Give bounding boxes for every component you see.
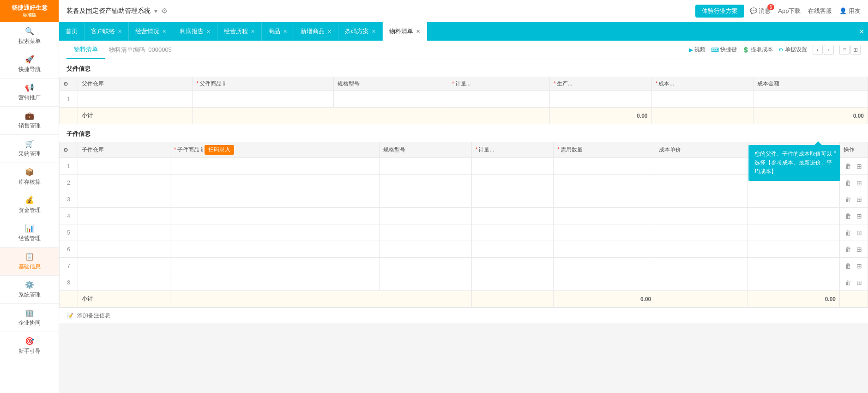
child-cell-warehouse[interactable] bbox=[78, 175, 170, 191]
delete-icon[interactable]: 🗑 bbox=[844, 261, 853, 271]
parent-cell-production[interactable] bbox=[550, 91, 651, 108]
child-cell-cost-amount[interactable] bbox=[747, 224, 840, 241]
child-cell-unit-cost[interactable] bbox=[655, 208, 747, 224]
copy-icon[interactable]: ⊞ bbox=[855, 212, 864, 221]
list-btn-1[interactable]: ≡ bbox=[839, 45, 850, 55]
child-cell-required-qty[interactable] bbox=[553, 258, 655, 274]
user-avatar[interactable]: 👤 用友 bbox=[839, 7, 861, 15]
extract-cost-btn[interactable]: 💲 提取成本 bbox=[742, 46, 773, 54]
child-cell-spec[interactable] bbox=[379, 191, 471, 208]
child-cell-spec[interactable] bbox=[379, 274, 471, 291]
child-cell-required-qty[interactable] bbox=[553, 208, 655, 224]
delete-icon[interactable]: 🗑 bbox=[844, 228, 853, 237]
copy-icon[interactable]: ⊞ bbox=[855, 278, 864, 287]
navtab-newgoods[interactable]: 新增商品✕ bbox=[294, 22, 338, 41]
sidebar-item-system[interactable]: ⚙️系统管理 bbox=[0, 276, 59, 304]
delete-icon[interactable]: 🗑 bbox=[844, 178, 853, 187]
close-tab-button[interactable]: ✕ bbox=[859, 28, 868, 35]
child-cell-spec[interactable] bbox=[379, 175, 471, 191]
child-cell-cost-amount[interactable] bbox=[747, 208, 840, 224]
single-settings-btn[interactable]: ⚙ 单据设置 bbox=[778, 46, 807, 54]
sidebar-item-enterprise[interactable]: 🏢企业协同 bbox=[0, 304, 59, 332]
next-arrow[interactable]: › bbox=[824, 45, 834, 55]
copy-icon[interactable]: ⊞ bbox=[855, 195, 864, 204]
child-cell-required-qty[interactable] bbox=[553, 158, 655, 175]
sidebar-item-guide[interactable]: 🎯新手引导 bbox=[0, 332, 59, 360]
sidebar-item-basic[interactable]: 📋基础信息 bbox=[0, 248, 59, 276]
parent-cell-cost[interactable] bbox=[651, 91, 753, 108]
child-cell-cost-amount[interactable] bbox=[747, 241, 840, 258]
child-cell-warehouse[interactable] bbox=[78, 274, 170, 291]
copy-icon[interactable]: ⊞ bbox=[855, 228, 864, 237]
scan-input-btn[interactable]: 扫码录入 bbox=[205, 145, 234, 155]
notification-bell[interactable]: 💬 消息 6 bbox=[750, 7, 771, 15]
child-cell-warehouse[interactable] bbox=[78, 241, 170, 258]
navtab-close-goods[interactable]: ✕ bbox=[283, 29, 287, 35]
child-cell-unit-cost[interactable] bbox=[655, 274, 747, 291]
parent-cell-cost-amount[interactable] bbox=[753, 91, 868, 108]
dropdown-icon[interactable]: ▾ bbox=[154, 7, 157, 15]
navtab-close-profit[interactable]: ✕ bbox=[206, 29, 211, 35]
gear-icon[interactable]: ⚙ bbox=[161, 6, 168, 15]
child-cell-required-qty[interactable] bbox=[553, 175, 655, 191]
child-cell-unit-cost[interactable] bbox=[655, 258, 747, 274]
navtab-close-operations[interactable]: ✕ bbox=[162, 29, 166, 35]
child-cell-unit[interactable] bbox=[471, 175, 553, 191]
navtab-close-barcode[interactable]: ✕ bbox=[372, 29, 376, 35]
sidebar-item-operations[interactable]: 📊经营管理 bbox=[0, 219, 59, 248]
delete-icon[interactable]: 🗑 bbox=[844, 278, 853, 287]
delete-icon[interactable]: 🗑 bbox=[844, 245, 853, 254]
child-cell-product[interactable] bbox=[170, 208, 379, 224]
trial-button[interactable]: 体验行业方案 bbox=[695, 5, 744, 18]
child-cell-warehouse[interactable] bbox=[78, 258, 170, 274]
sidebar-item-sales[interactable]: 💼销售管理 bbox=[0, 107, 59, 135]
sidebar-item-purchase[interactable]: 🛒采购管理 bbox=[0, 135, 59, 163]
child-cell-warehouse[interactable] bbox=[78, 224, 170, 241]
child-cell-unit[interactable] bbox=[471, 274, 553, 291]
child-cell-cost-amount[interactable] bbox=[747, 274, 840, 291]
child-cell-product[interactable] bbox=[170, 224, 379, 241]
child-cell-spec[interactable] bbox=[379, 241, 471, 258]
navtab-home[interactable]: 首页 bbox=[59, 22, 84, 41]
delete-icon[interactable]: 🗑 bbox=[844, 195, 853, 204]
child-cell-unit-cost[interactable] bbox=[655, 241, 747, 258]
child-cell-unit-cost[interactable] bbox=[655, 158, 747, 175]
navtab-bom[interactable]: 物料清单✕ bbox=[383, 22, 427, 41]
copy-icon[interactable]: ⊞ bbox=[855, 162, 864, 171]
sidebar-item-inventory[interactable]: 📦库存核算 bbox=[0, 163, 59, 191]
navtab-barcode[interactable]: 条码方案✕ bbox=[338, 22, 383, 41]
child-cell-spec[interactable] bbox=[379, 208, 471, 224]
copy-icon[interactable]: ⊞ bbox=[855, 178, 864, 187]
navtab-customers[interactable]: 客户联络✕ bbox=[84, 22, 129, 41]
child-cell-product[interactable] bbox=[170, 274, 379, 291]
child-cell-warehouse[interactable] bbox=[78, 191, 170, 208]
prev-arrow[interactable]: ‹ bbox=[813, 45, 823, 55]
child-cell-product[interactable] bbox=[170, 175, 379, 191]
navtab-close-customers[interactable]: ✕ bbox=[118, 29, 122, 35]
child-cell-cost-amount[interactable] bbox=[747, 258, 840, 274]
online-service-link[interactable]: 在线客服 bbox=[808, 7, 832, 15]
navtab-close-newgoods[interactable]: ✕ bbox=[327, 29, 332, 35]
navtab-close-history[interactable]: ✕ bbox=[251, 29, 255, 35]
child-cell-product[interactable] bbox=[170, 158, 379, 175]
child-cell-unit[interactable] bbox=[471, 191, 553, 208]
child-cell-warehouse[interactable] bbox=[78, 208, 170, 224]
sidebar-item-marketing[interactable]: 📢营销推广 bbox=[0, 79, 59, 107]
child-cell-cost-amount[interactable] bbox=[747, 191, 840, 208]
sidebar-item-search[interactable]: 🔍搜索菜单 bbox=[0, 22, 59, 50]
navtab-close-bom[interactable]: ✕ bbox=[416, 29, 420, 35]
child-cell-warehouse[interactable] bbox=[78, 158, 170, 175]
child-cell-required-qty[interactable] bbox=[553, 241, 655, 258]
subtab-bom[interactable]: 物料清单 bbox=[66, 41, 105, 59]
bottom-hint[interactable]: 添加备注信息 bbox=[77, 312, 110, 320]
parent-cell-spec[interactable] bbox=[333, 91, 448, 108]
child-cell-unit[interactable] bbox=[471, 224, 553, 241]
tooltip-close-btn[interactable]: × bbox=[833, 148, 837, 157]
sidebar-item-quicknav[interactable]: 🚀快捷导航 bbox=[0, 50, 59, 79]
child-cell-product[interactable] bbox=[170, 241, 379, 258]
view-video-btn[interactable]: ▶ 视频 bbox=[689, 46, 705, 54]
shortcut-btn[interactable]: ⌨ 快捷键 bbox=[711, 46, 737, 54]
navtab-profit[interactable]: 利润报告✕ bbox=[173, 22, 217, 41]
child-cell-unit[interactable] bbox=[471, 258, 553, 274]
child-cell-product[interactable] bbox=[170, 191, 379, 208]
